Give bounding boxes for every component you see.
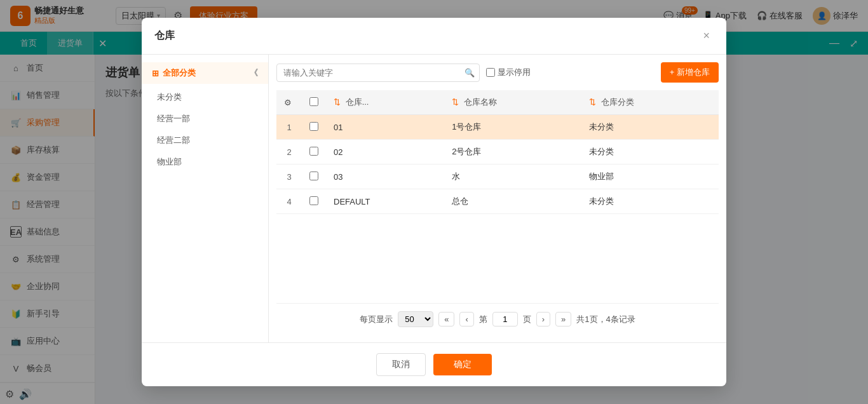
add-warehouse-button[interactable]: + 新增仓库 (661, 62, 719, 83)
row-name: 2号仓库 (444, 140, 581, 165)
left-panel: ⊞ 全部分类 《 未分类 经营一部 经营二部 物业部 (142, 55, 269, 342)
th-category: ⇅ 仓库分类 (581, 90, 719, 115)
pagination: 每页显示 50 100 200 « ‹ 第 页 › » 共1页，4条记录 (276, 303, 719, 335)
right-toolbar: 🔍 显示停用 + 新增仓库 (276, 62, 719, 83)
table-row[interactable]: 4 DEFAULT 总仓 未分类 (276, 189, 719, 214)
th-code: ⇅ 仓库... (326, 90, 444, 115)
th-name: ⇅ 仓库名称 (444, 90, 581, 115)
th-gear: ⚙ (276, 90, 302, 115)
sort-icon: ⇅ (589, 97, 596, 107)
warehouse-modal: 仓库 × ⊞ 全部分类 《 未分类 经营一部 经营二部 物业部 (142, 18, 726, 386)
row-num: 3 (276, 165, 302, 189)
page-input[interactable] (492, 312, 518, 327)
modal-body: ⊞ 全部分类 《 未分类 经营一部 经营二部 物业部 🔍 (142, 55, 726, 342)
row-check[interactable] (302, 140, 326, 165)
row-name: 总仓 (444, 189, 581, 214)
search-input[interactable] (276, 64, 480, 82)
modal-footer: 取消 确定 (142, 342, 726, 386)
category-item-3[interactable]: 物业部 (142, 151, 268, 173)
row-num: 4 (276, 189, 302, 214)
search-input-wrap: 🔍 (276, 64, 480, 82)
category-item-1[interactable]: 经营一部 (142, 108, 268, 130)
row-check[interactable] (302, 115, 326, 140)
table-header-row: ⚙ ⇅ 仓库... ⇅ 仓库名称 (276, 90, 719, 115)
th-check (302, 90, 326, 115)
next-page-button[interactable]: › (536, 312, 550, 327)
right-panel: 🔍 显示停用 + 新增仓库 ⚙ (269, 55, 726, 342)
show-disabled-checkbox[interactable] (486, 68, 495, 77)
row-num: 1 (276, 115, 302, 140)
prev-page-button[interactable]: ‹ (459, 312, 473, 327)
last-page-button[interactable]: » (555, 312, 571, 327)
show-disabled-label[interactable]: 显示停用 (486, 67, 531, 78)
row-name: 1号仓库 (444, 115, 581, 140)
select-all-checkbox[interactable] (309, 97, 318, 106)
first-page-button[interactable]: « (438, 312, 454, 327)
row-num: 2 (276, 140, 302, 165)
row-name: 水 (444, 165, 581, 189)
table-container: ⚙ ⇅ 仓库... ⇅ 仓库名称 (276, 90, 719, 303)
all-category-header[interactable]: ⊞ 全部分类 《 (142, 62, 268, 84)
category-item-0[interactable]: 未分类 (142, 86, 268, 108)
table-row[interactable]: 3 03 水 物业部 (276, 165, 719, 189)
page-label: 第 (479, 314, 487, 325)
modal-title: 仓库 (154, 29, 175, 43)
row-category: 未分类 (581, 115, 719, 140)
cancel-button[interactable]: 取消 (376, 353, 426, 376)
row-check[interactable] (302, 189, 326, 214)
modal-header: 仓库 × (142, 18, 726, 55)
search-icon[interactable]: 🔍 (465, 68, 475, 77)
gear-icon: ⚙ (284, 98, 292, 107)
confirm-button[interactable]: 确定 (433, 354, 492, 375)
row-category: 未分类 (581, 189, 719, 214)
collapse-icon[interactable]: 《 (250, 67, 258, 79)
all-category-label: 全部分类 (163, 67, 196, 79)
per-page-label: 每页显示 (360, 314, 393, 325)
row-category: 未分类 (581, 140, 719, 165)
row-code: 03 (326, 165, 444, 189)
modal-close-button[interactable]: × (699, 28, 714, 44)
category-item-2[interactable]: 经营二部 (142, 130, 268, 151)
per-page-select[interactable]: 50 100 200 (398, 311, 433, 327)
table-row[interactable]: 2 02 2号仓库 未分类 (276, 140, 719, 165)
row-check[interactable] (302, 165, 326, 189)
row-code: DEFAULT (326, 189, 444, 214)
sort-icon: ⇅ (452, 97, 459, 107)
page-unit: 页 (523, 314, 531, 325)
table-row[interactable]: 1 01 1号仓库 未分类 (276, 115, 719, 140)
pagination-total: 共1页，4条记录 (576, 314, 635, 325)
sort-icon: ⇅ (334, 97, 341, 107)
grid-icon: ⊞ (152, 69, 159, 78)
row-code: 02 (326, 140, 444, 165)
row-code: 01 (326, 115, 444, 140)
warehouse-table: ⚙ ⇅ 仓库... ⇅ 仓库名称 (276, 90, 719, 214)
row-category: 物业部 (581, 165, 719, 189)
